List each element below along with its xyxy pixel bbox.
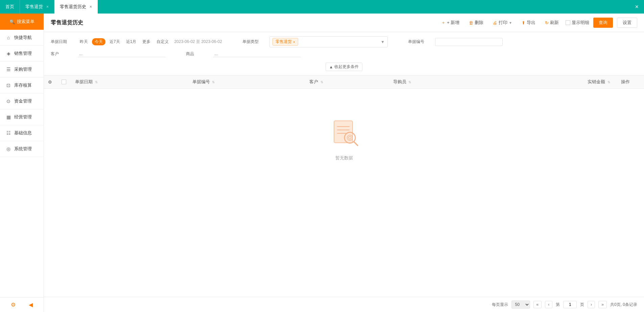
filter-row-2: 客户 商品 xyxy=(51,51,637,57)
collapse-filter-button[interactable]: ▲ 收起更多条件 xyxy=(326,63,363,71)
purchase-icon: ☰ xyxy=(5,66,11,72)
prev-page-button[interactable]: ‹ xyxy=(545,301,552,308)
refresh-button[interactable]: ↻ 刷新 xyxy=(542,18,562,27)
date-btn-7days[interactable]: 近7天 xyxy=(108,38,122,45)
date-btn-today[interactable]: 今天 xyxy=(92,38,105,45)
top-bar-right: × xyxy=(635,4,644,10)
th-customer[interactable]: 客户 ⇅ xyxy=(305,75,389,89)
type-tag-text: 零售退货 xyxy=(276,39,292,45)
date-filter-buttons: 昨天 今天 近7天 近1月 更多 自定义 2023-06-02 至 2023-0… xyxy=(78,38,222,45)
th-action-label: 操作 xyxy=(621,79,630,84)
last-page-button[interactable]: » xyxy=(598,301,607,308)
table-header-row: ⚙ 单据日期 ⇅ 单据编号 ⇅ 客户 xyxy=(44,75,644,89)
next-page-button[interactable]: › xyxy=(588,301,595,308)
print-button[interactable]: 🖨 打印 ▼ xyxy=(490,18,515,27)
date-btn-custom[interactable]: 自定义 xyxy=(154,38,171,45)
th-customer-label: 客户 xyxy=(309,79,318,84)
goods-input[interactable] xyxy=(213,51,301,57)
refresh-icon: ↻ xyxy=(545,20,549,25)
per-page-select[interactable]: 50 10 20 100 xyxy=(511,300,530,309)
tab-retail-return-history[interactable]: 零售退货历史 × xyxy=(54,0,98,14)
main-layout: 🔍 搜索菜单 ⌂ 快捷导航 ◈ 销售管理 ☰ 采购管理 ⊡ 库存核算 ⊙ 资金管… xyxy=(0,14,644,312)
th-amount[interactable]: 实销金额 ⇅ xyxy=(490,75,617,89)
total-label: 共0页, 0条记录 xyxy=(610,302,637,308)
show-detail-toggle[interactable]: 显示明细 xyxy=(566,20,589,26)
print-icon: 🖨 xyxy=(493,20,497,25)
print-chevron-icon: ▼ xyxy=(509,21,512,25)
bill-no-input[interactable] xyxy=(435,38,503,46)
export-button[interactable]: ⬆ 导出 xyxy=(519,18,538,27)
date-btn-1month[interactable]: 近1月 xyxy=(124,38,139,45)
type-tag-close-icon[interactable]: × xyxy=(293,40,295,44)
th-guide-label: 导购员 xyxy=(393,79,406,84)
th-bill-date-label: 单据日期 xyxy=(75,79,93,84)
window-close-button[interactable]: × xyxy=(635,4,639,10)
empty-text: 暂无数据 xyxy=(335,155,353,161)
th-checkbox[interactable] xyxy=(57,75,71,89)
tab-retail-return-history-close[interactable]: × xyxy=(90,4,92,9)
select-all-checkbox[interactable] xyxy=(62,80,66,84)
page-suffix: 页 xyxy=(580,302,584,308)
per-page-label: 每页显示 xyxy=(492,302,508,308)
data-table: ⚙ 单据日期 ⇅ 单据编号 ⇅ 客户 xyxy=(44,75,644,89)
setting-button[interactable]: 设置 xyxy=(617,18,637,28)
sidebar-item-basic-info-label: 基础信息 xyxy=(14,130,32,136)
th-guide[interactable]: 导购员 ⇅ xyxy=(389,75,490,89)
sidebar-item-finance[interactable]: ⊙ 资金管理 xyxy=(0,93,44,109)
tab-bar: 首页 零售退货 × 零售退货历史 × xyxy=(0,0,635,14)
sidebar-item-system-mgmt[interactable]: ◎ 系统管理 xyxy=(0,141,44,157)
type-filter-label: 单据类型 xyxy=(242,39,263,45)
refresh-label: 刷新 xyxy=(550,20,559,26)
table-header: ⚙ 单据日期 ⇅ 单据编号 ⇅ 客户 xyxy=(44,75,644,89)
sidebar-bottom: ⚙ ◀ xyxy=(0,297,44,312)
sidebar-item-operations[interactable]: ▦ 经营管理 xyxy=(0,109,44,125)
page-input[interactable] xyxy=(563,301,577,308)
th-bill-no-label: 单据编号 xyxy=(192,79,210,84)
sidebar-item-basic-info[interactable]: ☷ 基础信息 xyxy=(0,125,44,141)
first-page-button[interactable]: « xyxy=(533,301,542,308)
customer-filter-label: 客户 xyxy=(51,51,71,57)
sidebar-item-finance-label: 资金管理 xyxy=(14,98,32,104)
th-settings[interactable]: ⚙ xyxy=(44,75,57,89)
sidebar-search[interactable]: 🔍 搜索菜单 xyxy=(0,14,44,30)
collapse-filter-label: 收起更多条件 xyxy=(334,64,359,70)
sidebar-item-inventory-label: 库存核算 xyxy=(14,82,32,88)
type-select-chevron-icon: ▼ xyxy=(381,40,385,44)
new-label: + 新增 xyxy=(447,20,459,26)
goods-filter-label: 商品 xyxy=(186,51,206,57)
sales-icon: ◈ xyxy=(5,50,11,57)
tab-retail-return[interactable]: 零售退货 × xyxy=(20,0,54,14)
tab-retail-return-close[interactable]: × xyxy=(46,4,49,9)
customer-input[interactable] xyxy=(78,51,166,57)
sidebar-item-sales-mgmt[interactable]: ◈ 销售管理 xyxy=(0,46,44,62)
tab-home[interactable]: 首页 xyxy=(0,0,20,14)
finance-icon: ⊙ xyxy=(5,98,11,104)
new-button[interactable]: ＋ + 新增 xyxy=(438,18,462,27)
svg-point-5 xyxy=(347,135,353,140)
guide-sort-icon: ⇅ xyxy=(408,80,411,84)
settings-gear-icon[interactable]: ⚙ xyxy=(11,302,16,308)
type-filter-select[interactable]: 零售退货 × ▼ xyxy=(269,36,388,47)
print-label: 打印 xyxy=(499,20,507,26)
svg-line-6 xyxy=(354,142,358,146)
date-btn-more[interactable]: 更多 xyxy=(140,38,152,45)
page-title: 零售退货历史 xyxy=(51,19,83,26)
bill-no-filter-label: 单据编号 xyxy=(408,39,428,45)
content-area: 零售退货历史 ＋ + 新增 🗑 删除 🖨 打印 ▼ ⬆ 导出 xyxy=(44,14,644,312)
export-icon: ⬆ xyxy=(522,20,525,25)
date-btn-yesterday[interactable]: 昨天 xyxy=(78,38,90,45)
collapse-sidebar-icon[interactable]: ◀ xyxy=(29,302,33,308)
type-tag: 零售退货 × xyxy=(272,38,298,46)
sidebar-item-purchase-mgmt[interactable]: ☰ 采购管理 xyxy=(0,62,44,77)
sidebar-item-inventory[interactable]: ⊡ 库存核算 xyxy=(0,77,44,93)
system-icon: ◎ xyxy=(5,146,11,152)
query-button[interactable]: 查询 xyxy=(593,18,613,28)
delete-button[interactable]: 🗑 删除 xyxy=(466,18,486,27)
th-bill-date[interactable]: 单据日期 ⇅ xyxy=(71,75,188,89)
th-bill-no[interactable]: 单据编号 ⇅ xyxy=(188,75,306,89)
tab-retail-return-history-label: 零售退货历史 xyxy=(60,4,86,10)
toolbar: ＋ + 新增 🗑 删除 🖨 打印 ▼ ⬆ 导出 ↻ xyxy=(438,18,637,28)
show-detail-checkbox[interactable] xyxy=(566,20,570,25)
collapse-up-icon: ▲ xyxy=(329,65,333,69)
sidebar-item-quick-nav[interactable]: ⌂ 快捷导航 xyxy=(0,30,44,46)
